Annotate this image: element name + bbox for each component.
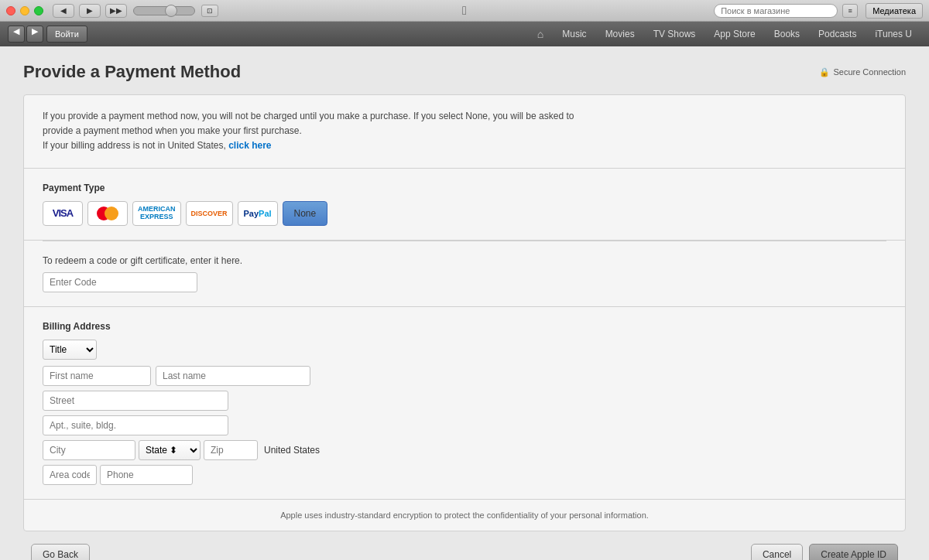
create-apple-id-button[interactable]: Create Apple ID — [809, 544, 898, 560]
back-button[interactable]: ◀ — [53, 4, 74, 18]
action-right: Cancel Create Apple ID — [751, 544, 898, 560]
paypal-button[interactable]: PayPal — [238, 201, 278, 226]
home-tab[interactable]: ⌂ — [528, 22, 553, 46]
title-bar-center:  — [462, 4, 467, 18]
visa-logo: VISA — [53, 207, 73, 219]
navigation-controls: ◀ ▶ ▶▶ — [53, 4, 127, 18]
info-line1: If you provide a payment method now, you… — [43, 109, 886, 124]
lock-icon: 🔒 — [819, 67, 830, 77]
state-select[interactable]: State ⬍ CA NY TX — [139, 440, 201, 460]
zip-input[interactable] — [204, 440, 258, 460]
click-here-link[interactable]: click here — [228, 140, 271, 151]
login-button[interactable]: Войти — [46, 26, 87, 43]
page-title: Provide a Payment Method — [23, 62, 241, 82]
payment-cards: VISA AMERICANEXPRESS DISCOVER — [43, 201, 886, 226]
library-button[interactable]: Медиатека — [866, 3, 923, 19]
page-header: Provide a Payment Method 🔒 Secure Connec… — [23, 62, 906, 82]
redeem-label: To redeem a code or gift certificate, en… — [43, 255, 886, 266]
amex-button[interactable]: AMERICANEXPRESS — [132, 201, 181, 226]
main-content: Provide a Payment Method 🔒 Secure Connec… — [0, 46, 929, 560]
screen-toggle-button[interactable]: ⊡ — [201, 5, 218, 17]
progress-area: ⊡ — [133, 5, 218, 17]
footer-notice: Apple uses industry-standard encryption … — [24, 499, 905, 531]
close-button[interactable] — [6, 6, 15, 15]
billing-label: Billing Address — [43, 321, 886, 332]
nav-bar: ◀ ▶ Войти ⌂ Music Movies TV Shows App St… — [0, 22, 929, 46]
payment-type-section: Payment Type VISA AMERICANEXPRESS — [24, 169, 905, 241]
paypal-logo: PayPal — [243, 209, 271, 218]
content-box: If you provide a payment method now, you… — [23, 94, 906, 531]
discover-button[interactable]: DISCOVER — [186, 201, 233, 226]
none-button[interactable]: None — [283, 201, 328, 226]
city-row: State ⬍ CA NY TX United States — [43, 440, 886, 460]
forward-button[interactable]: ▶ — [79, 4, 101, 18]
menu-icon[interactable]: ≡ — [842, 4, 858, 18]
apt-row — [43, 411, 886, 435]
minimize-button[interactable] — [20, 6, 29, 15]
cancel-button[interactable]: Cancel — [751, 544, 803, 560]
login-label: Войти — [55, 29, 79, 39]
title-bar: ◀ ▶ ▶▶ ⊡  ≡ Медиатека — [0, 0, 929, 22]
nav-arrows: ◀ ▶ — [8, 26, 43, 43]
nav-tabs: ⌂ Music Movies TV Shows App Store Books … — [528, 22, 921, 46]
tab-tvshows[interactable]: TV Shows — [644, 22, 705, 46]
country-text: United States — [264, 445, 320, 456]
action-bar: Go Back Cancel Create Apple ID — [23, 544, 906, 560]
secure-badge: 🔒 Secure Connection — [819, 67, 906, 77]
search-area: ≡ Медиатека — [714, 3, 923, 19]
none-label: None — [288, 208, 323, 219]
tab-movies[interactable]: Movies — [596, 22, 644, 46]
visa-card-button[interactable]: VISA — [43, 201, 83, 226]
library-label: Медиатека — [872, 6, 916, 15]
lastname-input[interactable] — [156, 366, 310, 386]
city-input[interactable] — [43, 440, 135, 460]
info-section: If you provide a payment method now, you… — [24, 95, 905, 169]
billing-address-section: Billing Address Title Mr. Ms. Dr. State … — [24, 307, 905, 499]
mastercard-button[interactable] — [87, 201, 128, 226]
phone-row — [43, 465, 886, 485]
street-input[interactable] — [43, 391, 228, 411]
code-input[interactable] — [43, 272, 197, 292]
maximize-button[interactable] — [34, 6, 43, 15]
mc-yellow-circle — [105, 207, 118, 220]
firstname-input[interactable] — [43, 366, 151, 386]
progress-track[interactable] — [133, 6, 195, 15]
redeem-code-section: To redeem a code or gift certificate, en… — [24, 241, 905, 307]
payment-type-label: Payment Type — [43, 183, 886, 193]
street-row — [43, 386, 886, 411]
discover-logo: DISCOVER — [191, 210, 228, 217]
tab-books[interactable]: Books — [765, 22, 809, 46]
info-line2: provide a payment method when you make y… — [43, 124, 886, 138]
skip-forward-button[interactable]: ▶▶ — [105, 4, 127, 18]
title-select[interactable]: Title Mr. Ms. Dr. — [43, 340, 97, 360]
go-back-button[interactable]: Go Back — [31, 544, 90, 560]
tab-music[interactable]: Music — [553, 22, 595, 46]
apt-input[interactable] — [43, 415, 228, 435]
progress-thumb[interactable] — [165, 5, 177, 17]
amex-logo: AMERICANEXPRESS — [138, 206, 176, 221]
nav-forward-button[interactable]: ▶ — [26, 26, 43, 43]
tab-podcasts[interactable]: Podcasts — [809, 22, 866, 46]
tab-itunesu[interactable]: iTunes U — [866, 22, 921, 46]
tab-appstore[interactable]: App Store — [704, 22, 764, 46]
nav-back-button[interactable]: ◀ — [8, 26, 25, 43]
traffic-lights — [6, 6, 43, 15]
search-input[interactable] — [714, 4, 838, 18]
phone-input[interactable] — [100, 465, 193, 485]
info-line3: If your billing address is not in United… — [43, 138, 886, 153]
name-row — [43, 366, 886, 386]
apple-logo-icon:  — [462, 4, 467, 17]
area-code-input[interactable] — [43, 465, 97, 485]
mastercard-logo — [97, 207, 118, 220]
